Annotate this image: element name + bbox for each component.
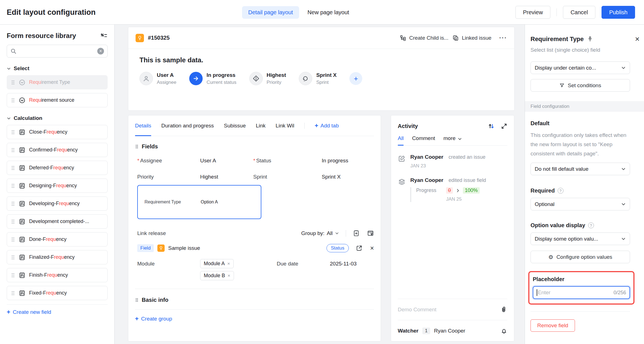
tab-link-wil[interactable]: Link Wil: [276, 115, 294, 136]
more-actions-icon[interactable]: ···: [499, 34, 507, 42]
collapse-library-icon[interactable]: [100, 32, 108, 39]
help-icon[interactable]: ?: [588, 222, 594, 228]
add-linked-item-icon[interactable]: [353, 230, 360, 237]
drag-handle-icon[interactable]: [11, 201, 15, 207]
attachment-icon[interactable]: [500, 306, 507, 313]
publish-button[interactable]: Publish: [602, 6, 635, 19]
sprint-chip[interactable]: Sprint X Sprint: [299, 72, 337, 85]
option-display-select[interactable]: Display some option valu...: [531, 233, 630, 245]
tab-link[interactable]: Link: [256, 115, 266, 136]
help-icon[interactable]: ?: [558, 188, 564, 194]
open-external-icon[interactable]: [356, 245, 363, 252]
default-value-select[interactable]: Do not fill default value: [531, 163, 630, 175]
drag-handle-icon[interactable]: [11, 165, 15, 171]
set-conditions-button[interactable]: Set conditions: [531, 79, 630, 92]
field-label[interactable]: Sprint: [253, 174, 322, 180]
section-calculation[interactable]: Calculation: [7, 115, 108, 121]
drag-handle-icon[interactable]: [135, 298, 139, 302]
field-label[interactable]: *Assignee: [137, 158, 200, 164]
drag-handle-icon[interactable]: [11, 290, 15, 296]
remove-tag-icon[interactable]: ×: [228, 273, 230, 278]
field-label[interactable]: *Status: [253, 158, 322, 164]
drag-handle-icon[interactable]: [11, 183, 15, 189]
status-pill[interactable]: Status: [326, 244, 349, 252]
tab-new-page-layout[interactable]: New page layout: [307, 9, 349, 16]
create-new-field-button[interactable]: + Create new field: [7, 309, 108, 315]
pin-icon[interactable]: [587, 36, 593, 42]
preview-button[interactable]: Preview: [515, 6, 550, 19]
field-value[interactable]: In progress: [322, 158, 374, 164]
drag-handle-icon[interactable]: [11, 219, 15, 224]
section-select[interactable]: Select: [7, 65, 108, 72]
link-release-label[interactable]: Link release: [137, 230, 166, 236]
drag-handle-icon[interactable]: [11, 129, 15, 135]
drag-handle-icon[interactable]: [135, 144, 139, 149]
tab-comment[interactable]: Comment: [412, 135, 435, 145]
module-label[interactable]: Module: [137, 259, 200, 280]
library-item[interactable]: Finalized-Frequency: [7, 250, 108, 264]
module-tag[interactable]: Module B ×: [200, 271, 234, 280]
selected-field-requirement-type[interactable]: Requirement Type Option A: [137, 185, 261, 219]
comment-input[interactable]: Demo Comment: [398, 299, 507, 320]
linked-issue-button[interactable]: Linked issue: [452, 35, 491, 41]
field-value[interactable]: Highest: [200, 174, 253, 180]
library-item[interactable]: Designing-Frequency: [7, 179, 108, 193]
priority-chip[interactable]: Highest Priority: [249, 72, 286, 85]
filter-view-icon[interactable]: [367, 230, 374, 237]
library-item[interactable]: Requirement source: [7, 93, 108, 107]
bell-icon[interactable]: [501, 328, 507, 334]
assignee-chip[interactable]: User A Assignee: [139, 72, 176, 85]
sample-issue-title[interactable]: Sample issue: [168, 245, 200, 251]
drag-handle-icon[interactable]: [11, 237, 15, 242]
tab-detail-page-layout[interactable]: Detail page layout: [242, 6, 299, 19]
sort-order-icon[interactable]: [488, 123, 495, 130]
library-item[interactable]: Requirement Type: [7, 75, 108, 89]
activity-user[interactable]: Ryan Cooper: [410, 177, 443, 183]
create-child-issue-button[interactable]: Create Child is...: [400, 35, 448, 41]
tab-subissue[interactable]: Subissue: [224, 115, 246, 136]
remove-field-button[interactable]: Remove field: [531, 319, 575, 332]
add-field-chip-button[interactable]: +: [349, 72, 362, 85]
tab-more[interactable]: more: [443, 135, 462, 145]
drag-handle-icon[interactable]: [11, 80, 15, 85]
drag-handle-icon[interactable]: [11, 147, 15, 153]
due-date-label[interactable]: Due date: [277, 259, 330, 280]
due-date-value[interactable]: 2025-11-03: [330, 259, 374, 280]
drag-handle-icon[interactable]: [11, 255, 15, 260]
tabs-divider: [304, 123, 305, 129]
tab-all[interactable]: All: [398, 135, 404, 145]
library-item[interactable]: Development completed-...: [7, 214, 108, 229]
expand-panel-icon[interactable]: [501, 123, 507, 129]
library-item[interactable]: Deferred-Frequency: [7, 161, 108, 175]
watcher-name[interactable]: Ryan Cooper: [434, 328, 465, 334]
drag-handle-icon[interactable]: [11, 98, 15, 103]
tab-duration-progress[interactable]: Duration and progress: [161, 115, 214, 136]
drag-handle-icon[interactable]: [11, 272, 15, 278]
cancel-button[interactable]: Cancel: [563, 6, 595, 19]
configure-option-values-button[interactable]: ⚙ Configure option values: [531, 251, 630, 263]
group-by-dropdown[interactable]: Group by: All: [301, 230, 339, 236]
tab-details[interactable]: Details: [135, 115, 151, 136]
library-item[interactable]: Close-Frequency: [7, 125, 108, 139]
required-select[interactable]: Optional: [531, 198, 630, 210]
library-item[interactable]: Fixed-Frequency: [7, 286, 108, 300]
field-value[interactable]: User A: [200, 158, 253, 164]
library-item[interactable]: Developing-Frequency: [7, 196, 108, 211]
placeholder-input[interactable]: Enter 0/256: [533, 286, 630, 299]
remove-linked-issue-icon[interactable]: ×: [370, 244, 374, 252]
search-input[interactable]: [19, 48, 94, 54]
close-panel-icon[interactable]: ×: [635, 35, 640, 44]
library-item[interactable]: Finish-Frequency: [7, 268, 108, 282]
display-condition-select[interactable]: Display under certain co...: [531, 61, 630, 74]
clear-search-icon[interactable]: ×: [97, 48, 104, 54]
library-item[interactable]: Done-Frequency: [7, 232, 108, 246]
status-chip[interactable]: In progress Current status: [189, 72, 236, 85]
remove-tag-icon[interactable]: ×: [227, 261, 230, 266]
field-value[interactable]: Sprint X: [322, 174, 374, 180]
activity-user[interactable]: Ryan Cooper: [410, 154, 443, 160]
add-tab-button[interactable]: + Add tab: [315, 123, 339, 129]
module-tag[interactable]: Module A ×: [200, 259, 234, 268]
create-group-button[interactable]: + Create group: [135, 316, 374, 322]
field-label[interactable]: Priority: [137, 174, 200, 180]
library-item[interactable]: Confirmed-Frequency: [7, 143, 108, 157]
